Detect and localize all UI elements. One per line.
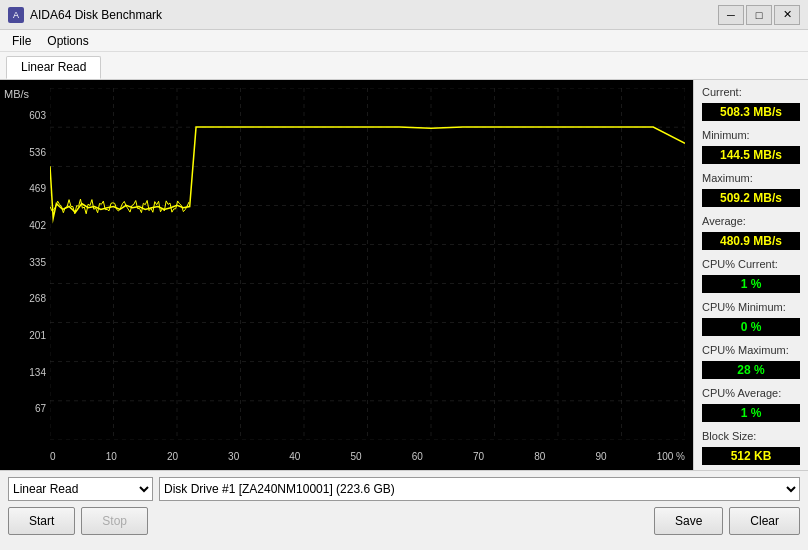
minimum-value: 144.5 MB/s [702,146,800,164]
menu-options[interactable]: Options [39,32,96,50]
main-area: MB/s 10:33 603 536 469 402 335 268 201 1… [0,80,808,470]
chart-area: MB/s 10:33 603 536 469 402 335 268 201 1… [0,80,693,470]
cpu-maximum-value: 28 % [702,361,800,379]
tab-bar: Linear Read [0,52,808,80]
maximum-value: 509.2 MB/s [702,189,800,207]
maximize-button[interactable]: □ [746,5,772,25]
cpu-current-label: CPU% Current: [702,258,800,270]
controls-row2: Start Stop Save Clear [8,507,800,535]
app-icon: A [8,7,24,23]
close-button[interactable]: ✕ [774,5,800,25]
maximum-label: Maximum: [702,172,800,184]
tab-linear-read[interactable]: Linear Read [6,56,101,79]
cpu-average-label: CPU% Average: [702,387,800,399]
block-size-value: 512 KB [702,447,800,465]
window-controls: ─ □ ✕ [718,5,800,25]
stop-button[interactable]: Stop [81,507,148,535]
stats-panel: Current: 508.3 MB/s Minimum: 144.5 MB/s … [693,80,808,470]
cpu-minimum-value: 0 % [702,318,800,336]
menu-file[interactable]: File [4,32,39,50]
current-label: Current: [702,86,800,98]
save-button[interactable]: Save [654,507,723,535]
y-axis-labels: 603 536 469 402 335 268 201 134 67 [4,110,46,440]
minimum-label: Minimum: [702,129,800,141]
x-axis-labels: 0 10 20 30 40 50 60 70 80 90 100 % [50,451,685,462]
test-select[interactable]: Linear Read Random Read Buffered Read Av… [8,477,153,501]
current-value: 508.3 MB/s [702,103,800,121]
clear-button[interactable]: Clear [729,507,800,535]
cpu-average-value: 1 % [702,404,800,422]
bottom-controls: Linear Read Random Read Buffered Read Av… [0,470,808,550]
benchmark-chart [50,88,685,440]
cpu-maximum-label: CPU% Maximum: [702,344,800,356]
drive-select[interactable]: Disk Drive #1 [ZA240NM10001] (223.6 GB) [159,477,800,501]
average-label: Average: [702,215,800,227]
start-button[interactable]: Start [8,507,75,535]
minimize-button[interactable]: ─ [718,5,744,25]
cpu-current-value: 1 % [702,275,800,293]
controls-row1: Linear Read Random Read Buffered Read Av… [8,477,800,501]
title-bar: A AIDA64 Disk Benchmark ─ □ ✕ [0,0,808,30]
cpu-minimum-label: CPU% Minimum: [702,301,800,313]
block-size-label: Block Size: [702,430,800,442]
window-title: AIDA64 Disk Benchmark [30,8,162,22]
y-axis-label: MB/s [4,88,29,100]
average-value: 480.9 MB/s [702,232,800,250]
menu-bar: File Options [0,30,808,52]
